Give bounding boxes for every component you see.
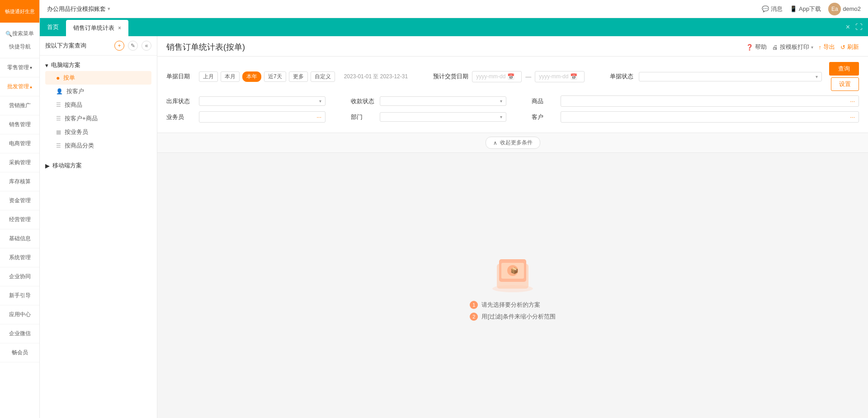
edit-scheme-btn[interactable]: ✎ (128, 41, 138, 51)
collapse-panel-btn[interactable]: « (142, 41, 151, 51)
message-icon: 💬 (762, 5, 769, 12)
sidebar-item-label: 采购管理 (9, 159, 31, 166)
message-btn[interactable]: 💬 消息 (762, 5, 783, 13)
scheme-item-by-customer[interactable]: 👤 按客户 (45, 85, 151, 98)
close-window-btn[interactable]: × (844, 21, 852, 33)
sidebar-item-base-info[interactable]: 基础信息 (0, 229, 39, 248)
search-menu-label: 搜索菜单 (12, 30, 34, 38)
scheme-item-by-salesperson[interactable]: ▦ 按业务员 (45, 125, 151, 139)
dept-select[interactable]: ▾ (380, 112, 506, 122)
sidebar: 畅捷通好生意 🔍 搜索菜单 快捷导航 零售管理 ▾ 批发管理 ▴ 营销推广 销售… (0, 0, 40, 418)
chevron-down-icon: ▾ (45, 62, 48, 69)
date-separator: — (525, 73, 531, 80)
tab-home[interactable]: 首页 (40, 18, 66, 36)
step-num-1: 1 (470, 301, 478, 309)
calendar-icon-start: 📅 (507, 73, 514, 80)
date-btn-custom[interactable]: 自定义 (311, 71, 335, 82)
export-btn[interactable]: ↑ 导出 (819, 43, 835, 51)
customer-label: 客户 (532, 113, 557, 121)
search-menu-item[interactable]: 🔍 搜索菜单 (4, 27, 36, 40)
sidebar-item-marketing[interactable]: 营销推广 (0, 96, 39, 115)
sidebar-item-ecommerce[interactable]: 电商管理 (0, 134, 39, 153)
scheme-item-by-customer-goods[interactable]: ☰ 按客户+商品 (45, 112, 151, 125)
tab-bar: 首页 销售订单统计表 × × ⛶ (40, 18, 868, 36)
sidebar-item-enterprise[interactable]: 企业协同 (0, 267, 39, 286)
sidebar-item-system[interactable]: 系统管理 (0, 248, 39, 267)
scheme-group-title[interactable]: ▾ 电脑端方案 (45, 59, 151, 71)
date-btn-this-year[interactable]: 本年 (242, 71, 261, 82)
shortcut-label: 快捷导航 (9, 43, 31, 51)
sidebar-item-member[interactable]: 畅会员 (0, 343, 39, 362)
right-panel: 销售订单统计表(按单) ❓ 帮助 🖨 按模板打印 ▾ ↑ 导出 (157, 36, 868, 418)
scheme-item-by-order[interactable]: ● 按单 (45, 71, 151, 85)
payment-status-select[interactable]: ▾ (380, 96, 506, 106)
sidebar-item-label: 企业微信 (9, 330, 31, 337)
ship-status-select[interactable]: ▾ (199, 96, 326, 106)
maximize-btn[interactable]: ⛶ (854, 21, 864, 33)
tab-sales-order-stats[interactable]: 销售订单统计表 × (66, 20, 128, 36)
expected-date-start[interactable]: yyyy-mm-dd 📅 (472, 71, 522, 82)
sidebar-item-wholesale[interactable]: 批发管理 ▴ (0, 77, 39, 96)
sidebar-item-retail[interactable]: 零售管理 ▾ (0, 58, 39, 77)
sidebar-item-finance[interactable]: 资金管理 (0, 191, 39, 210)
expected-date-end[interactable]: yyyy-mm-dd 📅 (535, 71, 585, 82)
app-download-btn[interactable]: 📱 App下载 (790, 5, 821, 13)
scheme-icon: ☰ (56, 142, 61, 149)
doc-status-select[interactable]: ▾ (639, 72, 822, 81)
help-btn[interactable]: ❓ 帮助 (746, 43, 767, 51)
scheme-item-by-category[interactable]: ☰ 按商品分类 (45, 139, 151, 152)
date-btn-this-month[interactable]: 本月 (221, 71, 240, 82)
chevron-up-icon: ▴ (30, 84, 32, 89)
salesperson-more-icon: ··· (316, 114, 321, 120)
sidebar-item-label: 批发管理 (7, 83, 29, 90)
shortcut-nav-item[interactable]: 快捷导航 (4, 40, 36, 53)
calendar-icon-end: 📅 (570, 73, 577, 80)
user-profile[interactable]: Ea demo2 (828, 3, 861, 15)
query-btn[interactable]: 查询 (829, 62, 859, 76)
print-icon: 🖨 (772, 44, 778, 51)
dropdown-icon: ▾ (500, 114, 502, 119)
date-btn-last-month[interactable]: 上月 (199, 71, 218, 82)
chevron-down-icon: ▾ (30, 65, 32, 70)
sidebar-item-inventory[interactable]: 库存核算 (0, 172, 39, 191)
mobile-scheme-title[interactable]: ▶ 移动端方案 (45, 160, 151, 171)
sidebar-item-sales[interactable]: 销售管理 (0, 115, 39, 134)
sidebar-item-app-center[interactable]: 应用中心 (0, 305, 39, 324)
empty-step-1: 1 请先选择要分析的方案 (470, 301, 555, 309)
export-icon: ↑ (819, 44, 822, 51)
download-icon: 📱 (790, 5, 797, 12)
left-panel-header: 按以下方案查询 + ✎ « (40, 36, 157, 56)
add-scheme-btn[interactable]: + (114, 41, 124, 51)
dropdown-icon: ▾ (500, 99, 502, 104)
chevron-up-icon: ∧ (493, 140, 497, 146)
sidebar-item-newbie[interactable]: 新手引导 (0, 286, 39, 305)
sidebar-item-wechat[interactable]: 企业微信 (0, 324, 39, 343)
date-btn-last7days[interactable]: 近7天 (264, 71, 286, 82)
settings-btn[interactable]: 设置 (831, 77, 859, 91)
empty-svg-icon: 📦 (486, 250, 540, 295)
sidebar-item-label: 营销推广 (9, 102, 31, 109)
salesperson-input[interactable]: ··· (199, 111, 326, 123)
scheme-icon: ☰ (56, 115, 61, 122)
expected-date-label: 预计交货日期 (433, 72, 468, 81)
date-btn-more[interactable]: 更多 (289, 71, 308, 82)
topbar: 办公用品行业模拟账套 ▾ 💬 消息 📱 App下载 Ea demo2 (40, 0, 868, 18)
customer-more-icon: ··· (850, 114, 855, 120)
sidebar-item-label: 资金管理 (9, 197, 31, 204)
company-name: 办公用品行业模拟账套 ▾ (47, 5, 110, 13)
scheme-icon: ▦ (56, 129, 61, 135)
sidebar-item-purchase[interactable]: 采购管理 (0, 153, 39, 172)
goods-input[interactable]: ··· (561, 95, 859, 107)
svg-text:📦: 📦 (510, 267, 519, 275)
sidebar-item-operations[interactable]: 经营管理 (0, 210, 39, 229)
dropdown-icon[interactable]: ▾ (108, 6, 110, 12)
customer-input[interactable]: ··· (561, 111, 859, 123)
refresh-btn[interactable]: ↺ 刷新 (840, 43, 859, 51)
tab-close-icon[interactable]: × (118, 25, 121, 31)
scheme-group-mobile: ▶ 移动端方案 (40, 156, 157, 175)
print-btn[interactable]: 🖨 按模板打印 ▾ (772, 43, 813, 51)
page-header: 销售订单统计表(按单) ❓ 帮助 🖨 按模板打印 ▾ ↑ 导出 (157, 36, 868, 57)
scheme-item-by-goods[interactable]: ☰ 按商品 (45, 98, 151, 112)
collapse-more-btn[interactable]: ∧ 收起更多条件 (486, 137, 540, 149)
search-icon: 🔍 (5, 31, 12, 37)
